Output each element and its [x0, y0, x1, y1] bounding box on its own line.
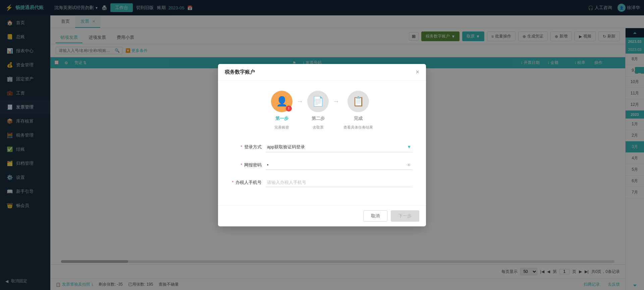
- step-1: 👤 ! 第一步 完善账密: [271, 91, 292, 130]
- step-3-label: 完成: [354, 116, 363, 122]
- step-3-icon: 📋: [353, 96, 364, 107]
- step-1-badge: !: [286, 105, 292, 112]
- step-1-icon: 👤: [276, 96, 288, 107]
- login-method-control: app获取验证码登录 ▼: [266, 142, 413, 152]
- steps-indicator: 👤 ! 第一步 完善账密 → 📄 第二步 去取票 →: [231, 91, 413, 130]
- phone-label: * 办税人手机号: [231, 179, 262, 186]
- step-1-desc: 完善账密: [274, 125, 289, 130]
- step-3-icon-wrap: 📋: [347, 91, 369, 112]
- step-3-desc: 查看具体任务结果: [343, 125, 373, 130]
- dialog-body: 👤 ! 第一步 完善账密 → 📄 第二步 去取票 →: [218, 81, 426, 205]
- cancel-button[interactable]: 取消: [363, 210, 387, 222]
- step-arrow-1: →: [292, 97, 307, 105]
- required-star: *: [240, 144, 242, 149]
- select-chevron-icon: ▼: [407, 144, 411, 149]
- next-button[interactable]: 下一步: [391, 210, 419, 222]
- password-label: * 网报密码: [231, 162, 262, 168]
- step-2-icon: 📄: [312, 96, 324, 107]
- dialog-overlay: 税务数字账户 × 👤 ! 第一步 完善账密 →: [0, 0, 644, 290]
- phone-row: * 办税人手机号: [231, 178, 413, 187]
- step-1-icon-wrap: 👤 !: [271, 91, 292, 112]
- login-method-select[interactable]: app获取验证码登录 ▼: [266, 142, 413, 152]
- step-3: 📋 完成 查看具体任务结果: [343, 91, 373, 130]
- login-method-value: app获取验证码登录: [267, 144, 305, 150]
- phone-input[interactable]: [266, 178, 413, 187]
- dialog-header: 税务数字账户 ×: [218, 64, 426, 81]
- required-star: *: [240, 162, 242, 167]
- dialog-footer: 取消 下一步: [218, 205, 426, 226]
- phone-control: [266, 178, 413, 187]
- required-star: *: [232, 180, 233, 185]
- step-2-label: 第二步: [312, 116, 325, 122]
- login-method-row: * 登录方式 app获取验证码登录 ▼: [231, 142, 413, 152]
- step-2: 📄 第二步 去取票: [307, 91, 329, 130]
- password-row: * 网报密码 👁: [231, 160, 413, 170]
- step-2-desc: 去取票: [313, 125, 324, 130]
- password-control: 👁: [266, 160, 413, 170]
- step-1-label: 第一步: [275, 116, 288, 122]
- eye-icon[interactable]: 👁: [407, 162, 411, 168]
- step-arrow-2: →: [329, 97, 343, 105]
- dialog-close-button[interactable]: ×: [416, 69, 419, 76]
- dialog-title: 税务数字账户: [225, 69, 255, 75]
- password-input[interactable]: [266, 160, 413, 170]
- step-2-icon-wrap: 📄: [307, 91, 329, 112]
- tax-digital-dialog: 税务数字账户 × 👤 ! 第一步 完善账密 →: [218, 64, 426, 226]
- login-method-label: * 登录方式: [231, 144, 262, 150]
